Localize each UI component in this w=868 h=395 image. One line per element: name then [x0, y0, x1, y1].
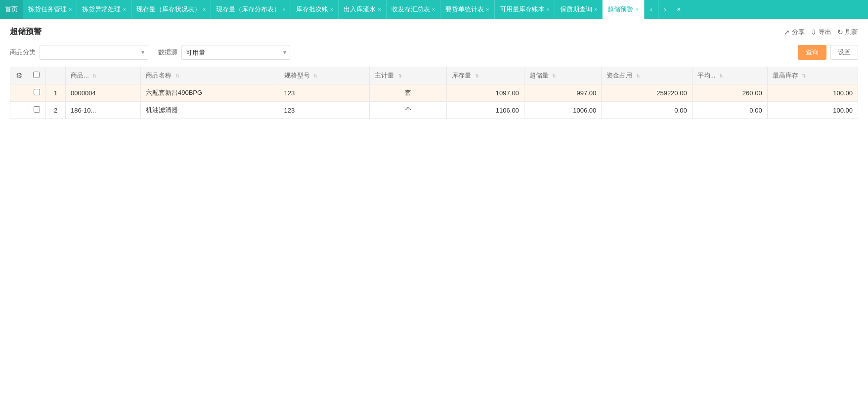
- th-max-stock[interactable]: 最高库存 ⇅: [767, 67, 858, 84]
- sort-sku-name-icon[interactable]: ⇅: [175, 73, 179, 79]
- nav-close-abnormal[interactable]: ×: [123, 6, 126, 12]
- nav-close-inout-flow[interactable]: ×: [378, 6, 381, 12]
- row-overstock: 997.00: [524, 84, 601, 102]
- th-spec[interactable]: 规格型号 ⇅: [279, 67, 369, 84]
- row-checkbox-cell[interactable]: [28, 84, 46, 102]
- table-body: 1 0000004 六配套新昌490BPG 123 套 1097.00 997.…: [10, 84, 858, 119]
- row-settings-cell: [10, 102, 28, 119]
- row-capital: 0.00: [602, 102, 692, 119]
- th-sku-code[interactable]: 商品... ⇅: [66, 67, 141, 84]
- page-title: 超储预警: [10, 27, 42, 37]
- row-unit: 个: [369, 102, 446, 119]
- row-capital: 259220.00: [602, 84, 692, 102]
- page-header: 超储预警 ➚ 分享 ⇩ 导出 ↻ 刷新: [10, 27, 858, 37]
- row-avg: 0.00: [692, 102, 767, 119]
- row-max-stock: 100.00: [767, 84, 858, 102]
- nav-close-task-mgmt[interactable]: ×: [69, 6, 72, 12]
- category-label: 商品分类: [10, 48, 36, 57]
- query-button[interactable]: 查询: [798, 45, 826, 60]
- datasource-label: 数据源: [158, 48, 177, 57]
- filter-buttons: 查询 设置: [798, 45, 858, 60]
- row-overstock: 1006.00: [524, 102, 601, 119]
- nav-inout-flow[interactable]: 出入库流水 ×: [339, 0, 386, 19]
- sort-stock-icon[interactable]: ⇅: [475, 73, 479, 79]
- nav-avail-stock[interactable]: 可用量库存账本 ×: [495, 0, 555, 19]
- row-sku-name: 六配套新昌490BPG: [140, 84, 279, 102]
- sort-overstock-icon[interactable]: ⇅: [552, 73, 556, 79]
- row-checkbox[interactable]: [34, 89, 40, 95]
- category-select-wrap: ▾: [40, 45, 148, 60]
- nav-close-avail-stock[interactable]: ×: [547, 6, 550, 12]
- filter-area: 商品分类 ▾ 数据源 可用量 ▾ 查询 设置: [10, 45, 858, 60]
- row-sku-code: 186-10...: [66, 102, 141, 119]
- row-settings-cell: [10, 84, 28, 102]
- nav-close-shelf-life[interactable]: ×: [594, 6, 597, 12]
- category-select[interactable]: [40, 45, 148, 60]
- nav-task-mgmt[interactable]: 拣货任务管理 ×: [23, 0, 77, 19]
- nav-close-batch[interactable]: ×: [330, 6, 333, 12]
- nav-batch[interactable]: 库存批次账 ×: [291, 0, 339, 19]
- th-settings[interactable]: ⚙: [10, 67, 28, 84]
- share-button[interactable]: ➚ 分享: [784, 28, 805, 37]
- export-button[interactable]: ⇩ 导出: [811, 28, 831, 37]
- row-num: 1: [46, 84, 66, 102]
- row-checkbox-cell[interactable]: [28, 102, 46, 119]
- th-unit[interactable]: 主计量 ⇅: [369, 67, 446, 84]
- nav-close-inventory-dist[interactable]: ×: [282, 6, 285, 12]
- table-row: 1 0000004 六配套新昌490BPG 123 套 1097.00 997.…: [10, 84, 858, 102]
- row-max-stock: 100.00: [767, 102, 858, 119]
- nav-close-all-button[interactable]: ×: [672, 0, 686, 19]
- select-all-checkbox[interactable]: [33, 72, 40, 78]
- settings-icon[interactable]: ⚙: [16, 71, 22, 79]
- sort-max-stock-icon[interactable]: ⇅: [802, 73, 806, 79]
- sort-unit-icon[interactable]: ⇅: [398, 73, 402, 79]
- datasource-select[interactable]: 可用量: [181, 45, 290, 60]
- th-num: [46, 67, 66, 84]
- nav-shelf-life[interactable]: 保质期查询 ×: [555, 0, 603, 19]
- refresh-icon: ↻: [837, 28, 843, 36]
- top-nav: 首页 拣货任务管理 × 拣货异常处理 × 现存量（库存状况表） × 现存量（库存…: [0, 0, 868, 19]
- nav-close-inventory-status[interactable]: ×: [203, 6, 206, 12]
- refresh-button[interactable]: ↻ 刷新: [837, 28, 858, 37]
- nav-home[interactable]: 首页: [0, 0, 23, 19]
- nav-collect[interactable]: 收发存汇总表 ×: [387, 0, 440, 19]
- row-checkbox[interactable]: [34, 106, 40, 113]
- row-stock: 1106.00: [447, 102, 524, 119]
- table-header-row: ⚙ 商品... ⇅ 商品名称 ⇅ 规格型号 ⇅: [10, 67, 858, 84]
- export-icon: ⇩: [811, 28, 817, 36]
- datasource-filter-group: 数据源 可用量 ▾: [158, 45, 290, 60]
- page-actions: ➚ 分享 ⇩ 导出 ↻ 刷新: [784, 28, 858, 37]
- th-overstock[interactable]: 超储量 ⇅: [524, 67, 601, 84]
- nav-close-collect[interactable]: ×: [432, 6, 435, 12]
- nav-prev-button[interactable]: ‹: [644, 0, 658, 19]
- row-num: 2: [46, 102, 66, 119]
- set-button[interactable]: 设置: [830, 45, 858, 60]
- nav-close-order-stat[interactable]: ×: [486, 6, 489, 12]
- nav-inventory-dist[interactable]: 现存量（库存分布表） ×: [211, 0, 291, 19]
- nav-arrow-group: ‹ › ×: [644, 0, 686, 19]
- th-checkbox[interactable]: [28, 67, 46, 84]
- nav-overstock[interactable]: 超储预警 ×: [603, 0, 644, 19]
- nav-inventory-status[interactable]: 现存量（库存状况表） ×: [131, 0, 211, 19]
- sort-capital-icon[interactable]: ⇅: [636, 73, 640, 79]
- category-filter-group: 商品分类 ▾: [10, 45, 148, 60]
- row-sku-code: 0000004: [66, 84, 141, 102]
- sort-sku-code-icon[interactable]: ⇅: [92, 73, 96, 79]
- nav-next-button[interactable]: ›: [658, 0, 672, 19]
- nav-abnormal[interactable]: 拣货异常处理 ×: [77, 0, 131, 19]
- row-avg: 260.00: [692, 84, 767, 102]
- row-sku-name: 机油滤清器: [140, 102, 279, 119]
- row-stock: 1097.00: [447, 84, 524, 102]
- data-table: ⚙ 商品... ⇅ 商品名称 ⇅ 规格型号 ⇅: [10, 67, 858, 119]
- sort-spec-icon[interactable]: ⇅: [313, 73, 317, 79]
- row-unit: 套: [369, 84, 446, 102]
- datasource-select-wrap: 可用量 ▾: [181, 45, 290, 60]
- page-content: 超储预警 ➚ 分享 ⇩ 导出 ↻ 刷新 商品分类 ▾: [0, 19, 868, 395]
- th-avg[interactable]: 平均... ⇅: [692, 67, 767, 84]
- nav-close-overstock[interactable]: ×: [635, 6, 638, 12]
- nav-order-stat[interactable]: 要货单统计表 ×: [440, 0, 494, 19]
- th-sku-name[interactable]: 商品名称 ⇅: [140, 67, 279, 84]
- th-stock[interactable]: 库存量 ⇅: [447, 67, 524, 84]
- sort-avg-icon[interactable]: ⇅: [719, 73, 723, 79]
- th-capital[interactable]: 资金占用 ⇅: [602, 67, 692, 84]
